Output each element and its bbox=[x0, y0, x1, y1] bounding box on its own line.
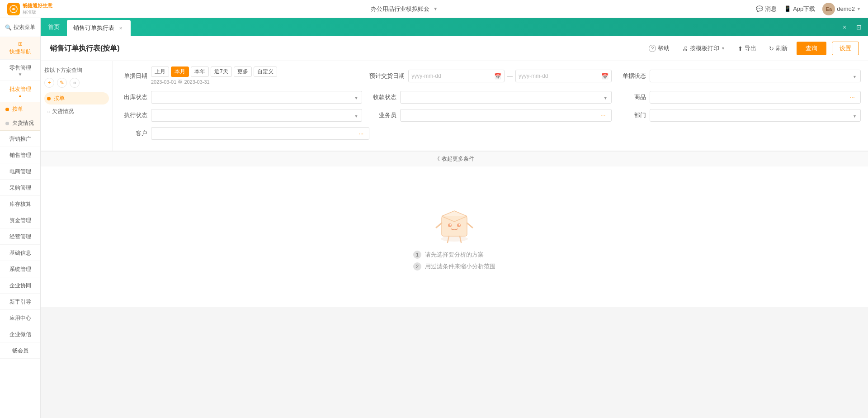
sidebar-item-marketing[interactable]: 营销推广 bbox=[0, 131, 40, 147]
filter-scheme-receivable[interactable]: ○ 欠货情况 bbox=[44, 105, 109, 118]
order-date-label: 单据日期 bbox=[120, 72, 147, 80]
order-status-chevron bbox=[853, 73, 857, 80]
date-separator: — bbox=[507, 73, 513, 79]
sidebar-item-newuser[interactable]: 新手引导 bbox=[0, 294, 40, 310]
help-button[interactable]: ? 帮助 bbox=[645, 43, 673, 54]
sidebar-item-enterprise[interactable]: 企业协同 bbox=[0, 277, 40, 294]
avatar: Ea bbox=[822, 3, 835, 15]
add-scheme-button[interactable]: + bbox=[44, 78, 54, 88]
hint-num-1: 1 bbox=[413, 251, 421, 259]
salesman-dots[interactable]: ··· bbox=[599, 112, 608, 119]
top-header: 畅捷通好生意 标准版 办公用品行业模拟账套 ▼ 💬 消息 📱 App下载 Ea … bbox=[0, 0, 868, 18]
filter-sidebar: 按以下方案查询 + ✎ « bbox=[41, 61, 113, 151]
filter-scheme-by-order[interactable]: 按单 bbox=[44, 92, 109, 104]
header-center: 办公用品行业模拟账套 ▼ bbox=[52, 5, 756, 13]
filter-row-4: 客户 ··· bbox=[120, 127, 861, 140]
query-button[interactable]: 查询 bbox=[797, 42, 826, 55]
active-scheme-dot bbox=[47, 97, 51, 100]
collapse-icon: « bbox=[73, 80, 76, 86]
sidebar-item-sales[interactable]: 销售管理 bbox=[0, 147, 40, 163]
customer-select[interactable]: ··· bbox=[151, 127, 369, 140]
date-quick-this-month[interactable]: 本月 bbox=[171, 66, 189, 77]
tab-bar: 首页 销售订单执行表 × × ⊡ bbox=[41, 18, 868, 36]
close-window-button[interactable]: × bbox=[839, 22, 850, 33]
hint-num-2: 2 bbox=[413, 262, 421, 271]
date-quick-7days[interactable]: 近7天 bbox=[211, 66, 232, 77]
calendar-to-icon: 📅 bbox=[601, 73, 609, 80]
header-left: 畅捷通好生意 标准版 bbox=[7, 2, 52, 15]
refresh-button[interactable]: ↻ 刷新 bbox=[765, 43, 791, 54]
shipment-status-chevron bbox=[354, 94, 358, 101]
product-field: 商品 ··· bbox=[619, 91, 861, 104]
sidebar-item-ecommerce[interactable]: 电商管理 bbox=[0, 163, 40, 180]
expected-date-from[interactable]: yyyy-mm-dd 📅 bbox=[408, 70, 505, 82]
product-dots[interactable]: ··· bbox=[848, 94, 857, 101]
sidebar-item-quick-nav[interactable]: ⊞ 快捷导航 bbox=[0, 37, 40, 60]
salesman-select[interactable]: ··· bbox=[400, 109, 611, 122]
filter-sidebar-title: 按以下方案查询 bbox=[44, 66, 82, 74]
expected-date-to[interactable]: yyyy-mm-dd 📅 bbox=[515, 70, 612, 82]
dept-select[interactable] bbox=[650, 109, 861, 122]
filter-sidebar-header: 按以下方案查询 bbox=[44, 66, 109, 74]
sidebar-item-member[interactable]: 畅会员 bbox=[0, 342, 40, 359]
sidebar-subitem-receivable[interactable]: 欠货情况 bbox=[0, 116, 40, 130]
user-menu-button[interactable]: Ea demo2 ▼ bbox=[822, 3, 861, 15]
sidebar-subitem-by-order[interactable]: 按单 bbox=[0, 102, 40, 116]
filter-row-1: 单据日期 上月 本月 本年 近7天 更多 自定义 20 bbox=[120, 66, 861, 86]
order-status-select[interactable] bbox=[650, 70, 861, 82]
logo-text: 畅捷通好生意 标准版 bbox=[23, 2, 52, 15]
calendar-from-icon: 📅 bbox=[494, 73, 501, 80]
tab-close-button[interactable]: × bbox=[117, 24, 124, 32]
tab-home[interactable]: 首页 bbox=[41, 18, 67, 36]
date-quick-more[interactable]: 更多 bbox=[234, 66, 252, 77]
exec-status-field: 执行状态 bbox=[120, 109, 362, 122]
tab-sales-order[interactable]: 销售订单执行表 × bbox=[67, 20, 131, 36]
settings-button[interactable]: 设置 bbox=[832, 42, 859, 55]
customer-field: 客户 ··· bbox=[120, 127, 369, 140]
svg-point-5 bbox=[450, 224, 451, 226]
payment-status-field: 收款状态 bbox=[369, 91, 611, 104]
sidebar-item-retail[interactable]: 零售管理 ▼ bbox=[0, 60, 40, 81]
customer-dots[interactable]: ··· bbox=[357, 130, 366, 137]
active-indicator bbox=[5, 108, 9, 111]
sidebar-item-operations[interactable]: 经营管理 bbox=[0, 228, 40, 245]
collapse-sidebar-button[interactable]: « bbox=[70, 78, 80, 88]
edit-scheme-button[interactable]: ✎ bbox=[57, 78, 67, 88]
product-select[interactable]: ··· bbox=[650, 91, 861, 104]
shipment-status-label: 出库状态 bbox=[120, 93, 147, 101]
date-quick-this-year[interactable]: 本年 bbox=[191, 66, 209, 77]
content-area: 首页 销售订单执行表 × × ⊡ 销售订单执行表(按单) bbox=[41, 18, 868, 418]
app-download-button[interactable]: 📱 App下载 bbox=[784, 5, 815, 13]
date-quick-custom[interactable]: 自定义 bbox=[254, 66, 277, 77]
export-button[interactable]: ⬆ 导出 bbox=[734, 43, 760, 54]
shipment-status-select[interactable] bbox=[151, 91, 362, 104]
print-button[interactable]: 🖨 按模板打印 ▼ bbox=[679, 43, 729, 54]
date-quick-picks: 上月 本月 本年 近7天 更多 自定义 bbox=[151, 66, 362, 77]
date-to-placeholder: yyyy-mm-dd bbox=[519, 73, 548, 79]
sidebar-item-basic[interactable]: 基础信息 bbox=[0, 245, 40, 261]
order-status-label: 单据状态 bbox=[619, 72, 646, 80]
exec-status-select[interactable] bbox=[151, 109, 362, 122]
sidebar-item-wholesale[interactable]: 批发管理 ▲ bbox=[0, 81, 40, 102]
search-menu-button[interactable]: 🔍 搜索菜单 bbox=[3, 22, 38, 33]
empty-illustration bbox=[432, 203, 477, 243]
collapse-more-button[interactable]: 《 收起更多条件 bbox=[41, 151, 868, 166]
breadcrumb-chevron[interactable]: ▼ bbox=[433, 6, 438, 11]
message-button[interactable]: 💬 消息 bbox=[756, 5, 777, 13]
page-content: 销售订单执行表(按单) ? 帮助 🖨 按模板打印 ▼ ⬆ 导出 bbox=[41, 36, 868, 418]
sidebar-item-corpwechat[interactable]: 企业微信 bbox=[0, 326, 40, 342]
sidebar-item-inventory[interactable]: 库存核算 bbox=[0, 196, 40, 212]
sidebar-item-finance[interactable]: 资金管理 bbox=[0, 212, 40, 228]
scheme-icon: ○ bbox=[47, 109, 50, 115]
sidebar-item-purchase[interactable]: 采购管理 bbox=[0, 180, 40, 196]
sidebar-item-system[interactable]: 系统管理 bbox=[0, 261, 40, 277]
payment-status-select[interactable] bbox=[400, 91, 611, 104]
sidebar: 🔍 搜索菜单 ⊞ 快捷导航 零售管理 ▼ 批发管理 ▲ 按单 欠货情况 bbox=[0, 18, 41, 418]
header-right: 💬 消息 📱 App下载 Ea demo2 ▼ bbox=[756, 3, 861, 15]
date-quick-last-month[interactable]: 上月 bbox=[151, 66, 169, 77]
maximize-window-button[interactable]: ⊡ bbox=[854, 22, 864, 33]
exec-status-chevron bbox=[354, 112, 358, 119]
sidebar-item-appcenter[interactable]: 应用中心 bbox=[0, 310, 40, 326]
inactive-indicator bbox=[5, 122, 9, 125]
page-title: 销售订单执行表(按单) bbox=[50, 44, 120, 53]
